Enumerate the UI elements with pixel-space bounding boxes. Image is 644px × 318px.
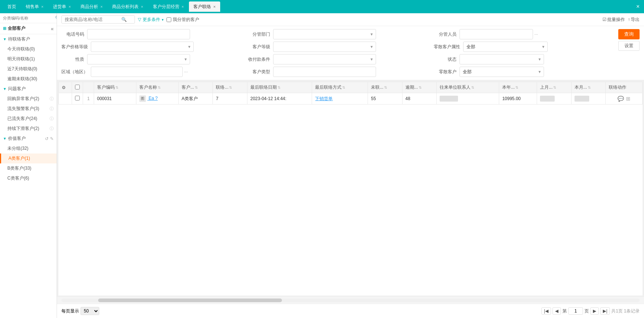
my-customers-checkbox[interactable]: 我分管的客户 xyxy=(167,17,199,23)
page-number-input[interactable] xyxy=(568,307,583,315)
filter-select-nature[interactable]: ▾ xyxy=(87,54,190,64)
sidebar-section-pending[interactable]: ▼ 待联络客户 xyxy=(0,34,57,44)
close-sales-icon[interactable]: × xyxy=(41,4,43,9)
filter-input-phone[interactable] xyxy=(87,29,190,39)
info-icon-abnormal: ⓘ xyxy=(50,96,54,102)
my-customers-check-input[interactable] xyxy=(167,17,171,22)
filter-input-manager[interactable] xyxy=(459,29,533,39)
filter-input-region[interactable] xyxy=(91,67,183,77)
filter-label-payment: 收付款条件 xyxy=(247,56,273,63)
sidebar-collapse-icon[interactable]: « xyxy=(51,26,54,32)
sidebar: 🔍 ⊞ 全部客户 « ▼ 待联络客户 今天待联络(0) 明天待联络(1) 近7天… xyxy=(0,13,57,318)
close-all-tabs-icon[interactable]: × xyxy=(635,2,641,11)
close-goods-analysis-list-icon[interactable]: × xyxy=(141,4,143,9)
batch-operation-btn[interactable]: ☑ 批量操作 xyxy=(602,17,625,23)
filter-input-customer-type[interactable] xyxy=(273,67,376,77)
sidebar-item-7days[interactable]: 近7天待联络(0) xyxy=(0,64,57,74)
sidebar-search-input[interactable] xyxy=(3,16,54,20)
sidebar-item-c-class[interactable]: C类客户(6) xyxy=(0,173,57,183)
row-checkbox[interactable] xyxy=(75,96,80,100)
sidebar-all-customers[interactable]: ⊞ 全部客户 « xyxy=(0,23,57,34)
last-page-btn[interactable]: ▶| xyxy=(600,307,610,315)
qr-action-icon[interactable]: ⊞ xyxy=(626,96,630,102)
close-goods-analysis-icon[interactable]: × xyxy=(100,4,103,9)
query-button[interactable]: 查询 xyxy=(618,29,640,39)
page-size-select-input[interactable]: 50 100 200 xyxy=(80,307,99,315)
export-btn[interactable]: ↑ 导出 xyxy=(628,17,640,23)
last-method-link[interactable]: 下销货单 xyxy=(315,96,333,101)
table-cell-checkbox[interactable] xyxy=(72,93,83,105)
nav-goods-analysis[interactable]: 商品分析 × xyxy=(76,1,107,12)
chat-action-icon[interactable]: 💬 xyxy=(618,96,624,102)
table-cell-settings xyxy=(59,93,72,105)
sidebar-item-overdue[interactable]: 逾期未联络(30) xyxy=(0,74,57,84)
table-header-code[interactable]: 客户编码 ⇅ xyxy=(94,82,136,93)
table-header-this-year[interactable]: 本年... ⇅ xyxy=(499,82,537,93)
filter-select-retail-attr[interactable]: 全部 ▾ xyxy=(463,42,548,52)
table-header-settings[interactable]: ⚙ xyxy=(59,82,72,93)
table-header-last-method[interactable]: 最后联络方式 ⇅ xyxy=(312,82,368,93)
export-icon: ↑ xyxy=(628,17,630,22)
close-purchase-icon[interactable]: × xyxy=(68,4,71,9)
first-page-btn[interactable]: |◀ xyxy=(541,307,551,315)
manager-dots-icon[interactable]: ··· xyxy=(533,32,540,37)
filter-label-manager: 分管人员 xyxy=(434,31,459,38)
filter-row-1: 电话号码 分管部门 ▾ 分管人员 xyxy=(61,29,612,39)
sidebar-section-value[interactable]: ▼ 价值客户 ↺ ✎ xyxy=(0,134,57,144)
table-header-contact[interactable]: 联络... ⇅ xyxy=(213,82,247,93)
horizontal-scrollbar[interactable] xyxy=(57,297,644,304)
page-navigation: |◀ ◀ 第 页 ▶ ▶| 共1页 1条记录 xyxy=(541,307,640,315)
table-header-last-month[interactable]: 上月... ⇅ xyxy=(537,82,572,93)
table-cell-this-month xyxy=(571,93,606,105)
region-dots-icon[interactable]: ··· xyxy=(183,69,189,74)
nav-customer-contact[interactable]: 客户联络 × xyxy=(189,1,220,12)
nav-purchase[interactable]: 进货单 × xyxy=(49,1,75,12)
sidebar-item-declining[interactable]: 持续下滑客户(2) ⓘ xyxy=(0,124,57,134)
table-header-category[interactable]: 客户... ⇅ xyxy=(178,82,213,93)
dept-dropdown-arrow: ▾ xyxy=(371,32,373,37)
sidebar-item-unclassified[interactable]: 未分组(32) xyxy=(0,144,57,153)
sidebar-edit-icon[interactable]: ✎ xyxy=(50,136,54,141)
page-size-selector: 每页显示 50 100 200 xyxy=(61,307,99,315)
sidebar-section-problem[interactable]: ▼ 问题客户 xyxy=(0,84,57,94)
main-search-icon[interactable]: 🔍 xyxy=(121,17,127,22)
table-header-no-contact[interactable]: 未联... ⇅ xyxy=(368,82,402,93)
sidebar-refresh-icon[interactable]: ↺ xyxy=(45,136,49,141)
prev-page-btn[interactable]: ◀ xyxy=(552,307,561,315)
sidebar-item-today[interactable]: 今天待联络(0) xyxy=(0,44,57,54)
filter-select-dept[interactable]: ▾ xyxy=(273,29,376,39)
table-header-last-date[interactable]: 最后联络日期 ⇅ xyxy=(247,82,312,93)
nav-customer-layer[interactable]: 客户分层经营 × xyxy=(149,1,188,12)
customer-name-link[interactable]: 图 Ea ? xyxy=(139,96,158,101)
main-search-input[interactable] xyxy=(65,17,120,22)
close-customer-layer-icon[interactable]: × xyxy=(182,4,184,9)
filter-cell-retail: 零散客户 全部 ▾ xyxy=(434,67,612,77)
filter-select-price-grade[interactable]: ▾ xyxy=(91,42,194,52)
sidebar-item-abnormal[interactable]: 回购异常客户(2) ⓘ xyxy=(0,94,57,104)
settings-button[interactable]: 设置 xyxy=(618,41,640,51)
table-select-all-checkbox[interactable] xyxy=(75,85,80,89)
table-header-overdue[interactable]: 逾期... ⇅ xyxy=(402,82,437,93)
nav-sales[interactable]: 销售单 × xyxy=(21,1,48,12)
table-cell-name[interactable]: 图 Ea ? xyxy=(136,93,178,105)
table-cell-last-method[interactable]: 下销货单 xyxy=(312,93,368,105)
filter-select-retail[interactable]: 全部 ▾ xyxy=(459,67,544,77)
table-header-name[interactable]: 客户名称 ⇅ xyxy=(136,82,178,93)
filter-select-grade[interactable]: ▾ xyxy=(273,42,376,52)
filter-select-payment[interactable]: ▾ xyxy=(273,54,376,64)
sidebar-item-lost-warning[interactable]: 流失预警客户(3) ⓘ xyxy=(0,104,57,114)
close-customer-contact-icon[interactable]: × xyxy=(213,4,215,9)
sidebar-item-lost[interactable]: 已流失客户(24) ⓘ xyxy=(0,114,57,124)
table-header-checkbox[interactable] xyxy=(72,82,83,93)
filter-cell-region: 区域（地区） ··· xyxy=(61,67,240,77)
nav-goods-analysis-list[interactable]: 商品分析列表 × xyxy=(108,1,147,12)
nav-home[interactable]: 首页 xyxy=(3,1,21,12)
sidebar-item-b-class[interactable]: B类客户(33) xyxy=(0,163,57,173)
sidebar-item-a-class[interactable]: A类客户(1) xyxy=(0,153,57,163)
sidebar-item-tomorrow[interactable]: 明天待联络(1) xyxy=(0,54,57,64)
filter-select-status[interactable]: ▾ xyxy=(459,54,544,64)
table-header-history[interactable]: 往来单位联系人 ⇅ xyxy=(437,82,499,93)
table-header-this-month[interactable]: 本月... ⇅ xyxy=(571,82,606,93)
more-filters-btn[interactable]: ▽ 更多条件 ▾ xyxy=(138,17,164,23)
next-page-btn[interactable]: ▶ xyxy=(590,307,599,315)
